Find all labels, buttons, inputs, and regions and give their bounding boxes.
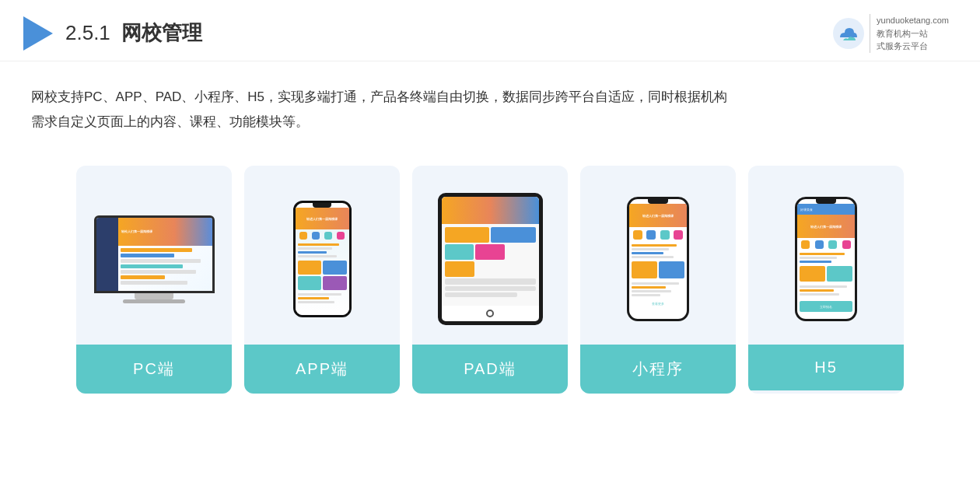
description-text: 网校支持PC、APP、PAD、小程序、H5，实现多端打通，产品各终端自由切换，数…: [0, 61, 980, 151]
pad-device-mockup: [438, 193, 543, 325]
pc-device-mockup: 轻松人们第一届闯模课: [94, 215, 215, 303]
card-mini-image: 轻进人们第一届闯模课: [580, 166, 736, 345]
card-pad: PAD端: [412, 166, 568, 394]
pad-home-button: [486, 310, 494, 317]
card-app-label: APP端: [244, 345, 400, 394]
desc-line1: 网校支持PC、APP、PAD、小程序、H5，实现多端打通，产品各终端自由切换，数…: [31, 85, 949, 110]
card-pc-label: PC端: [76, 345, 232, 394]
card-pc-image: 轻松人们第一届闯模课: [76, 166, 232, 345]
desc-line2: 需求自定义页面上的内容、课程、功能模块等。: [31, 110, 949, 135]
h5-phone-notch: [816, 199, 836, 204]
card-pc: 轻松人们第一届闯模课: [76, 166, 232, 394]
title-text: 网校管理: [121, 21, 202, 44]
card-h5: 好课美食 轻进人们第一届闯模课: [748, 166, 904, 394]
mini-phone-notch: [648, 199, 668, 204]
brand-triangle-icon: [23, 16, 53, 51]
page-title: 2.5.1 网校管理: [65, 19, 202, 47]
card-app: 轻进人们第一届闯模课: [244, 166, 400, 394]
card-h5-image: 好课美食 轻进人们第一届闯模课: [748, 166, 904, 345]
h5-device-mockup: 好课美食 轻进人们第一届闯模课: [795, 197, 857, 321]
app-device-mockup: 轻进人们第一届闯模课: [293, 201, 352, 317]
page-header: 2.5.1 网校管理 yunduoketang.com 教育机构一站 式服务云平…: [0, 0, 980, 61]
mini-device-mockup: 轻进人们第一届闯模课: [627, 197, 689, 321]
device-cards: 轻松人们第一届闯模课: [0, 150, 980, 417]
brand-area: yunduoketang.com 教育机构一站 式服务云平台: [832, 14, 949, 53]
brand-text: yunduoketang.com 教育机构一站 式服务云平台: [870, 14, 949, 53]
phone-notch: [313, 203, 331, 208]
card-pad-label: PAD端: [412, 345, 568, 394]
card-h5-label: H5: [748, 345, 904, 390]
title-area: 2.5.1 网校管理: [23, 16, 202, 51]
section-number: 2.5.1: [65, 21, 110, 44]
brand-logo-icon: [832, 17, 865, 50]
card-mini-label: 小程序: [580, 345, 736, 394]
card-pad-image: [412, 166, 568, 345]
card-app-image: 轻进人们第一届闯模课: [244, 166, 400, 345]
card-mini: 轻进人们第一届闯模课: [580, 166, 736, 394]
